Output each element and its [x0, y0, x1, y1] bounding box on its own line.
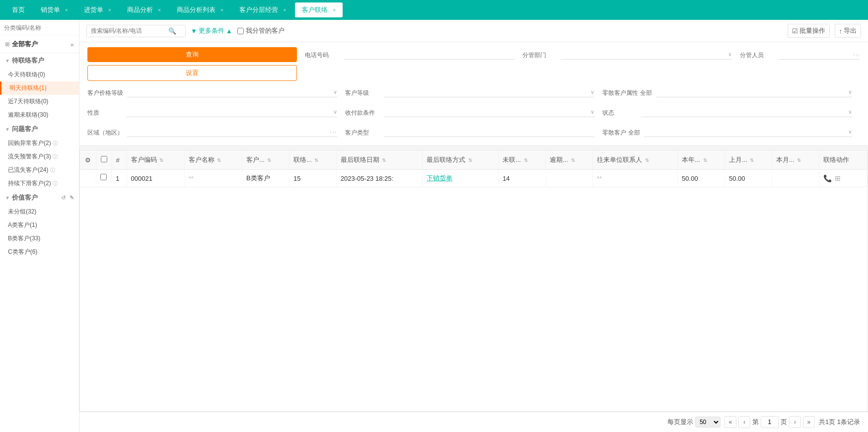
- search-icon[interactable]: 🔍: [168, 27, 176, 35]
- col-overdue[interactable]: 逾期... ⇅: [546, 150, 593, 170]
- payment-filter: 收付款条件 ∨: [345, 105, 595, 121]
- sort-icon: ⇅: [468, 157, 472, 163]
- sort-icon: ⇅: [382, 157, 386, 163]
- sidebar-item-churned[interactable]: 已流失客户(24) ⓘ: [0, 163, 79, 177]
- nav-item-purchase[interactable]: 进货单 ×: [77, 2, 118, 17]
- batch-operation-btn[interactable]: ☑ 批量操作: [788, 24, 830, 38]
- query-btn[interactable]: 查询: [87, 47, 297, 62]
- col-name[interactable]: 客户名称 ⇅: [184, 150, 242, 170]
- retail-attr-input[interactable]: [656, 89, 848, 96]
- nav-home[interactable]: 首页: [5, 2, 32, 17]
- close-icon[interactable]: ×: [283, 7, 286, 13]
- sidebar-item-repurchase-abnormal[interactable]: 回购异常客户(2) ⓘ: [0, 137, 79, 150]
- nav-item-customer-tier[interactable]: 客户分层经营 ×: [232, 2, 293, 17]
- nav-item-customer-contact[interactable]: 客户联络 ×: [295, 2, 343, 17]
- dept-label: 分管部门: [522, 51, 557, 60]
- col-this-month[interactable]: 本月... ⇅: [772, 150, 819, 170]
- sidebar-all-customers[interactable]: ⊞ 全部客户 «: [0, 36, 79, 53]
- phone-action-icon[interactable]: 📞: [823, 174, 832, 182]
- more-icon[interactable]: ···: [853, 51, 860, 58]
- filter-more-btn[interactable]: ▼ 更多条件 ▲: [191, 26, 232, 35]
- search-input[interactable]: [91, 27, 165, 34]
- my-customers-checkbox[interactable]: [237, 28, 244, 34]
- sidebar-group-problem[interactable]: ▼ 问题客户: [0, 122, 79, 137]
- first-page-btn[interactable]: «: [724, 416, 736, 428]
- sort-icon: ⇅: [159, 157, 163, 163]
- close-icon[interactable]: ×: [108, 7, 111, 13]
- refresh-icon[interactable]: ↺: [61, 195, 66, 201]
- col-contact-person[interactable]: 往来单位联系人 ⇅: [592, 150, 677, 170]
- page-suffix: 页: [781, 418, 787, 427]
- next-page-btn[interactable]: ›: [789, 416, 801, 428]
- price-grade-input[interactable]: [127, 89, 333, 96]
- nav-item-product-analysis[interactable]: 商品分析 ×: [120, 2, 168, 17]
- retail-customer-label: 零散客户 全部: [602, 129, 640, 137]
- phone-filter: 电话号码: [305, 47, 514, 63]
- nav-item-product-list[interactable]: 商品分析列表 ×: [170, 2, 230, 17]
- sidebar-collapse-icon[interactable]: «: [71, 41, 74, 48]
- status-input[interactable]: [641, 109, 848, 116]
- region-input[interactable]: [127, 129, 330, 136]
- sidebar-item-a-class[interactable]: A类客户(1): [0, 218, 79, 232]
- sidebar-item-tomorrow-contact[interactable]: 明天待联络(1): [0, 81, 79, 95]
- retail-attr-filter: 零散客户属性 全部 ∨: [602, 85, 852, 101]
- nav-item-sales[interactable]: 销货单 ×: [34, 2, 75, 17]
- select-all-checkbox[interactable]: [101, 156, 107, 162]
- my-customers-filter[interactable]: 我分管的客户: [237, 26, 285, 35]
- reset-btn[interactable]: 设置: [87, 65, 297, 81]
- td-overdue: [546, 170, 593, 187]
- col-last-method[interactable]: 最后联络方式 ⇅: [423, 150, 499, 170]
- sidebar-group-value[interactable]: ▼ 价值客户 ↺ ✎: [0, 190, 79, 205]
- sort-icon: ⇅: [217, 157, 221, 163]
- sidebar-item-overdue-contact[interactable]: 逾期未联络(30): [0, 108, 79, 122]
- manager-input[interactable]: [779, 51, 853, 58]
- col-last-month[interactable]: 上月... ⇅: [725, 150, 772, 170]
- sidebar-item-today-contact[interactable]: 今天待联络(0): [0, 68, 79, 81]
- col-no-contact[interactable]: 未联... ⇅: [499, 150, 546, 170]
- last-method-link[interactable]: 下销货单: [427, 174, 452, 182]
- status-wrap: ∨: [641, 109, 852, 117]
- close-icon[interactable]: ×: [220, 7, 223, 13]
- dept-input[interactable]: [561, 51, 728, 58]
- close-icon[interactable]: ×: [333, 7, 336, 13]
- payment-input[interactable]: [384, 109, 591, 116]
- col-code[interactable]: 客户编码 ⇅: [127, 150, 184, 170]
- edit-icon[interactable]: ✎: [70, 195, 74, 201]
- grid-action-icon[interactable]: ⊞: [835, 174, 841, 182]
- retail-customer-input[interactable]: [644, 129, 848, 136]
- col-last-date[interactable]: 最后联络日期 ⇅: [336, 150, 422, 170]
- sidebar-item-7days-contact[interactable]: 近7天待联络(0): [0, 95, 79, 108]
- page-input[interactable]: [761, 416, 779, 428]
- col-contact[interactable]: 联络... ⇅: [289, 150, 336, 170]
- sidebar-item-declining[interactable]: 持续下滑客户(2) ⓘ: [0, 177, 79, 190]
- sidebar-item-c-class[interactable]: C类客户(6): [0, 245, 79, 259]
- sidebar-group-pending[interactable]: ▼ 待联络客户: [0, 53, 79, 68]
- customer-type-wrap: [384, 129, 595, 137]
- col-type[interactable]: 客户... ⇅: [242, 150, 289, 170]
- last-page-btn[interactable]: »: [803, 416, 815, 428]
- td-type: B类客户: [242, 170, 289, 187]
- sidebar-item-b-class[interactable]: B类客户(33): [0, 232, 79, 245]
- filter-bar: 🔍 ▼ 更多条件 ▲ 我分管的客户 ☑ 批量操作 ↑ 导出: [79, 20, 868, 42]
- row-checkbox[interactable]: [100, 174, 107, 180]
- page-label: 第: [752, 418, 759, 427]
- sidebar-item-ungrouped[interactable]: 未分组(32): [0, 205, 79, 218]
- col-this-year[interactable]: 本年... ⇅: [678, 150, 725, 170]
- phone-input[interactable]: [344, 51, 514, 58]
- chevron-down-icon: ∨: [848, 129, 852, 135]
- prev-page-btn[interactable]: ‹: [738, 416, 750, 428]
- export-btn[interactable]: ↑ 导出: [835, 24, 862, 38]
- customer-grade-input[interactable]: [384, 89, 591, 96]
- settings-icon[interactable]: ⚙: [85, 156, 91, 164]
- page-size-select[interactable]: 10 20 50 100: [695, 417, 721, 428]
- close-icon[interactable]: ×: [158, 7, 161, 13]
- payment-wrap: ∨: [384, 109, 595, 117]
- td-contact: 15: [289, 170, 336, 187]
- more-icon[interactable]: ···: [330, 128, 337, 136]
- customer-type-input[interactable]: [384, 129, 595, 136]
- close-icon[interactable]: ×: [65, 7, 68, 13]
- col-settings[interactable]: ⚙: [80, 150, 96, 170]
- sidebar-search-input[interactable]: [4, 24, 78, 31]
- sidebar-item-churn-warning[interactable]: 流失预警客户(3) ⓘ: [0, 150, 79, 163]
- nature-input[interactable]: [126, 109, 333, 116]
